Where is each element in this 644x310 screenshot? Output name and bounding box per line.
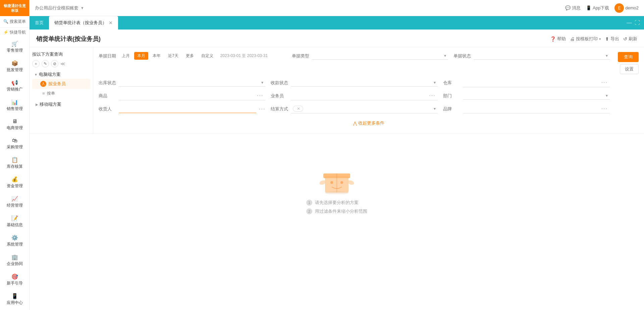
warehouse-select[interactable]: ··· bbox=[463, 78, 610, 87]
warehouse-label: 仓库 bbox=[443, 80, 461, 86]
sidebar: 畅捷通好生意标版 🔍 搜索菜单 ⚡ 快捷导航 🛒 零售管理 📦 批发管理 📢 营… bbox=[0, 0, 30, 310]
tab-maximize-icon[interactable]: ⛶ bbox=[635, 20, 640, 26]
svg-point-4 bbox=[340, 181, 343, 184]
query-button[interactable]: 查询 bbox=[618, 52, 639, 62]
consignee-dots-icon[interactable]: ··· bbox=[259, 106, 265, 112]
export-icon: ⬆ bbox=[605, 36, 609, 42]
help-button[interactable]: ❓ 帮助 bbox=[550, 36, 566, 42]
sidebar-quick-nav[interactable]: ⚡ 快捷导航 bbox=[0, 28, 29, 37]
salesperson-field: 业务员 ··· bbox=[271, 91, 437, 100]
warehouse-dots-icon[interactable]: ··· bbox=[601, 80, 608, 86]
retail-icon: 🛒 bbox=[2, 41, 27, 47]
department-select[interactable]: ▾ bbox=[463, 92, 610, 100]
sidebar-item-basic[interactable]: 📝 基础信息 bbox=[0, 212, 29, 231]
salesperson-dots-icon[interactable]: ··· bbox=[429, 93, 435, 99]
settlement-clear-icon[interactable]: ✕ bbox=[297, 106, 300, 111]
date-btn-this-month[interactable]: 本月 bbox=[134, 52, 148, 60]
tab-home[interactable]: 首页 bbox=[30, 16, 49, 30]
sidebar-item-retail[interactable]: 🛒 零售管理 bbox=[0, 37, 29, 57]
date-btn-7days[interactable]: 近7天 bbox=[165, 52, 181, 60]
sidebar-item-appcenter[interactable]: 📱 应用中心 bbox=[0, 290, 29, 309]
mobile-group[interactable]: ▶ 移动端方案 bbox=[32, 99, 90, 109]
order-type-select[interactable]: ▾ bbox=[312, 52, 448, 60]
user-profile[interactable]: E demo2 bbox=[614, 3, 639, 13]
settlement-label: 结算方式 bbox=[271, 106, 288, 112]
sidebar-item-inventory[interactable]: 📋 库存核算 bbox=[0, 153, 29, 173]
sub-scheme-label: 按单 bbox=[47, 91, 55, 96]
sidebar-item-sales[interactable]: 📊 销售管理 bbox=[0, 96, 29, 115]
finance-icon: 💰 bbox=[2, 176, 27, 183]
delete-scheme-button[interactable]: ⊘ bbox=[51, 60, 58, 67]
sidebar-item-wholesale[interactable]: 📦 批发管理 bbox=[0, 57, 29, 76]
collection-status-select[interactable]: ▾ bbox=[291, 79, 437, 87]
sidebar-item-ecommerce[interactable]: 🖥 电商管理 bbox=[0, 115, 29, 134]
retail-label: 零售管理 bbox=[2, 48, 27, 53]
sidebar-item-purchase[interactable]: 🛍 采购管理 bbox=[0, 134, 29, 153]
sub-scheme-item-by-order[interactable]: ≡ 按单 bbox=[32, 89, 90, 98]
brand-select[interactable]: ··· bbox=[463, 104, 610, 113]
tabbar: 首页 销货单统计表（按业务员） ✕ — ⛶ bbox=[30, 16, 644, 30]
salesperson-select[interactable]: ··· bbox=[291, 91, 437, 100]
department-field: 部门 ▾ bbox=[443, 92, 610, 100]
edit-scheme-button[interactable]: ✎ bbox=[42, 60, 49, 67]
product-dots-icon[interactable]: ··· bbox=[257, 93, 263, 99]
date-btn-custom[interactable]: 自定义 bbox=[198, 52, 216, 60]
collapse-conditions-label: 收起更多条件 bbox=[358, 120, 384, 126]
add-scheme-button[interactable]: ＋ bbox=[32, 60, 40, 67]
desktop-group-header[interactable]: ▼ 电脑端方案 bbox=[32, 70, 90, 79]
filter-form: 单据日期 上月 本月 本年 近7天 更多 自定义 2023-03-01 至 20… bbox=[93, 47, 644, 134]
sidebar-item-operations[interactable]: 📈 经营管理 bbox=[0, 192, 29, 212]
search-icon: 🔍 bbox=[3, 19, 8, 24]
date-btn-group: 上月 本月 本年 近7天 更多 自定义 bbox=[119, 52, 216, 60]
tab-close-icon[interactable]: ✕ bbox=[109, 20, 113, 25]
collection-status-arrow-icon: ▾ bbox=[434, 80, 436, 85]
tab-report[interactable]: 销货单统计表（按业务员） ✕ bbox=[49, 16, 118, 30]
dropdown-arrow-icon[interactable]: ▾ bbox=[81, 5, 84, 10]
settlement-select[interactable]: ✕ ▾ bbox=[291, 104, 437, 113]
product-select[interactable]: ··· bbox=[119, 91, 265, 100]
sales-label: 销售管理 bbox=[2, 106, 27, 112]
filter-sidebar-actions: ＋ ✎ ⊘ ≪ bbox=[32, 60, 90, 67]
consignee-input[interactable] bbox=[119, 105, 256, 113]
collapse-sidebar-icon[interactable]: ≪ bbox=[60, 61, 65, 66]
export-button[interactable]: ⬆ 导出 bbox=[605, 36, 619, 42]
scheme-item-label: 按业务员 bbox=[48, 81, 66, 87]
sidebar-item-enterprise[interactable]: 🏢 企业协同 bbox=[0, 251, 29, 270]
print-label: 按模板打印 bbox=[576, 36, 598, 42]
sidebar-search[interactable]: 🔍 搜索菜单 bbox=[0, 16, 29, 28]
department-label: 部门 bbox=[443, 93, 461, 99]
purchase-label: 采购管理 bbox=[2, 144, 27, 150]
app-download-button[interactable]: 📱 App下载 bbox=[586, 5, 609, 11]
sidebar-item-system[interactable]: ⚙️ 系统管理 bbox=[0, 231, 29, 251]
inventory-icon: 📋 bbox=[2, 157, 27, 163]
settlement-clear-tag[interactable]: ✕ bbox=[293, 106, 303, 112]
date-btn-last-month[interactable]: 上月 bbox=[119, 52, 133, 60]
refresh-button[interactable]: ↺ 刷新 bbox=[623, 36, 637, 42]
sidebar-item-finance[interactable]: 💰 资金管理 bbox=[0, 173, 29, 192]
date-btn-this-year[interactable]: 本年 bbox=[150, 52, 164, 60]
print-icon: 🖨 bbox=[570, 36, 575, 42]
ecommerce-label: 电商管理 bbox=[2, 125, 27, 131]
scheme-item-by-salesperson[interactable]: 人 按业务员 bbox=[32, 79, 90, 89]
marketing-label: 营销推广 bbox=[2, 87, 27, 92]
date-btn-more[interactable]: 更多 bbox=[183, 52, 197, 60]
message-button[interactable]: 💬 消息 bbox=[565, 5, 581, 11]
appcenter-icon: 📱 bbox=[2, 293, 27, 299]
page-title: 销货单统计表(按业务员) bbox=[36, 35, 101, 43]
avatar: E bbox=[614, 3, 624, 13]
print-button[interactable]: 🖨 按模板打印 ▾ bbox=[570, 36, 601, 42]
settings-button[interactable]: 设置 bbox=[620, 64, 639, 74]
sidebar-item-newuser[interactable]: 🎯 新手引导 bbox=[0, 270, 29, 290]
out-status-select[interactable]: ▾ bbox=[119, 79, 265, 87]
collapse-conditions-button[interactable]: ⋀ 收起更多条件 bbox=[99, 117, 639, 129]
brand-dots-icon[interactable]: ··· bbox=[601, 106, 608, 112]
department-arrow-icon: ▾ bbox=[606, 93, 608, 98]
sidebar-item-marketing[interactable]: 📢 营销推广 bbox=[0, 76, 29, 96]
order-status-select[interactable]: ▾ bbox=[474, 52, 610, 60]
appcenter-label: 应用中心 bbox=[2, 300, 27, 306]
tab-minimize-icon[interactable]: — bbox=[627, 20, 632, 26]
main-content: 办公用品行业模拟账套 ▾ 💬 消息 📱 App下载 E demo2 首页 bbox=[30, 0, 644, 310]
desktop-arrow-icon: ▼ bbox=[34, 73, 38, 76]
tip-2-number: 2 bbox=[306, 208, 312, 214]
dropdown-label: 办公用品行业模拟账套 bbox=[35, 5, 78, 11]
